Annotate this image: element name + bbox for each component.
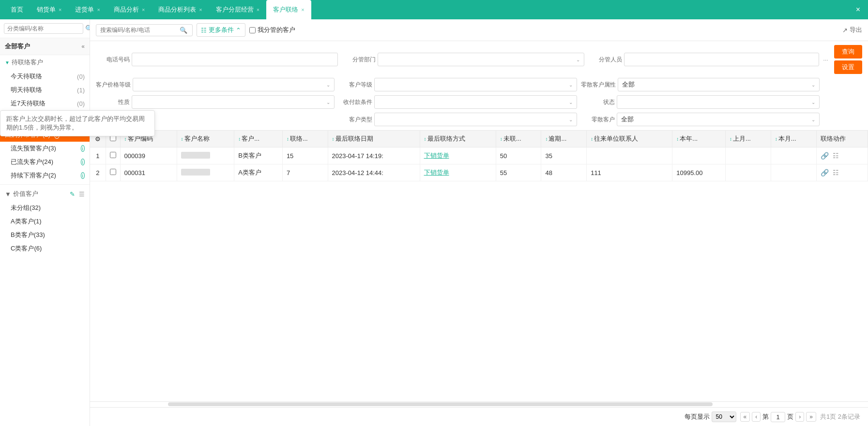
filter-scattered-attr-select[interactable]: 全部 ⌄: [618, 78, 820, 91]
filter-customer-type-select[interactable]: ⌄: [374, 113, 577, 126]
filter-scattered-attr-label: 零散客户属性: [581, 81, 616, 89]
sidebar-item-lost-customer[interactable]: 已流失客户(24) i: [0, 155, 90, 169]
sidebar-item-ungrouped[interactable]: 未分组(32): [0, 201, 90, 215]
col-this-year-sort-icon[interactable]: ↕: [676, 136, 679, 142]
value-customer-settings-icon[interactable]: ☰: [79, 191, 85, 198]
filter-price-level-arrow-icon: ⌄: [326, 82, 330, 88]
tab-sales-close[interactable]: ×: [59, 7, 61, 13]
row1-contact-type-link[interactable]: 下销货单: [424, 152, 449, 159]
filter-dept-arrow-icon: ⌄: [576, 57, 580, 62]
sidebar-item-tomorrow-contact[interactable]: 明天待联络 (1): [0, 83, 90, 97]
value-customer-edit-icon[interactable]: ✎: [70, 191, 75, 198]
col-this-year-label: 本年...: [680, 135, 698, 142]
first-page-button[interactable]: «: [740, 412, 750, 422]
row2-last-contact-type[interactable]: 下销货单: [420, 164, 496, 181]
row2-select-checkbox[interactable]: [110, 169, 116, 175]
col-name-sort-icon[interactable]: ↕: [181, 136, 183, 142]
my-customer-checkbox[interactable]: [249, 27, 256, 33]
sidebar-search-icon[interactable]: 🔍: [85, 25, 90, 32]
prev-page-button[interactable]: ‹: [752, 412, 761, 422]
col-this-month: ↕本月...: [771, 131, 816, 147]
row2-qr-icon[interactable]: ☷: [833, 169, 839, 176]
col-code-sort-icon[interactable]: ↕: [124, 136, 127, 142]
filter-customer-level-select[interactable]: ⌄: [374, 78, 577, 91]
col-last-month-sort-icon[interactable]: ↕: [730, 136, 732, 142]
current-page-number: 1: [771, 412, 785, 422]
sidebar-group-value-customer[interactable]: ▼ 价值客户 ✎ ☰: [0, 187, 90, 201]
tab-customer-contact[interactable]: 客户联络 ×: [266, 0, 311, 19]
query-button[interactable]: 查询: [834, 45, 862, 59]
tab-product-analysis[interactable]: 商品分析 ×: [107, 0, 152, 19]
table-scrollbar[interactable]: [90, 401, 868, 407]
sidebar-item-week-contact[interactable]: 近7天待联络 (0): [0, 97, 90, 110]
row1-link-icon[interactable]: 🔗: [821, 152, 829, 160]
filter-price-level-select[interactable]: ⌄: [133, 78, 335, 91]
tab-purchase-close[interactable]: ×: [97, 7, 100, 13]
tab-product-analysis-close[interactable]: ×: [142, 7, 145, 13]
search-input[interactable]: [100, 27, 178, 33]
row1-qr-icon[interactable]: ☷: [833, 152, 839, 160]
filter-status-select[interactable]: ⌄: [617, 95, 820, 109]
search-box[interactable]: 🔍: [96, 24, 193, 36]
sidebar-collapse-icon[interactable]: «: [81, 43, 85, 50]
filter-manager-input[interactable]: [624, 53, 819, 66]
col-this-month-sort-icon[interactable]: ↕: [775, 136, 777, 142]
filter-dept-select[interactable]: ⌄: [378, 53, 584, 66]
row1-last-month: [726, 147, 771, 164]
filter-phone-input[interactable]: [132, 53, 338, 66]
filter-customer-level-label: 客户等级: [338, 81, 372, 89]
row2-overdue: 48: [541, 164, 587, 181]
row1-last-contact-type[interactable]: 下销货单: [420, 147, 496, 164]
export-button[interactable]: ↗ 导出: [842, 26, 862, 34]
sidebar-item-b-class[interactable]: B类客户(33): [0, 228, 90, 242]
filter-customer-level-arrow-icon: ⌄: [569, 82, 573, 88]
per-page-select[interactable]: 50 20 100: [712, 411, 736, 422]
lost-warning-info-icon[interactable]: i: [81, 145, 85, 152]
my-customer-checkbox-area[interactable]: 我分管的客户: [249, 26, 295, 34]
sidebar-item-today-contact[interactable]: 今天待联络 (0): [0, 70, 90, 83]
col-type-sort-icon[interactable]: ↕: [238, 136, 241, 142]
col-last-contact-type-sort-icon[interactable]: ↕: [424, 136, 426, 142]
filter-scattered-attr: 零散客户属性 全部 ⌄: [581, 78, 820, 91]
lost-customer-info-icon[interactable]: i: [81, 159, 85, 165]
col-last-contact-date-sort-icon[interactable]: ↕: [332, 136, 335, 142]
tab-product-list[interactable]: 商品分析列表 ×: [152, 0, 209, 19]
sidebar-item-a-class[interactable]: A类客户(1): [0, 215, 90, 228]
settings-button[interactable]: 设置: [834, 60, 862, 74]
sidebar-search-input[interactable]: [4, 23, 83, 34]
col-uncontacted-sort-icon[interactable]: ↕: [500, 136, 503, 142]
tab-purchase[interactable]: 进货单 ×: [68, 0, 107, 19]
tab-sales[interactable]: 销货单 ×: [30, 0, 68, 19]
tab-customer-contact-close[interactable]: ×: [301, 7, 304, 13]
filter-payment-select[interactable]: ⌄: [374, 95, 577, 109]
row2-contact-type-link[interactable]: 下销货单: [424, 169, 449, 176]
row2-checkbox[interactable]: [106, 164, 120, 181]
row2-name-blurred: [181, 169, 210, 176]
tab-home[interactable]: 首页: [4, 0, 30, 19]
col-last-contact-date: ↕最后联络日期: [328, 131, 420, 147]
more-filter-button[interactable]: ☷ 更多条件 ⌃: [197, 23, 245, 37]
last-page-button[interactable]: »: [806, 412, 816, 422]
sidebar-group-pending[interactable]: ▼ 待联络客户: [0, 55, 90, 70]
declining-customer-info-icon[interactable]: i: [81, 172, 85, 179]
filter-nature-select[interactable]: ⌄: [132, 95, 335, 109]
close-window-button[interactable]: ×: [856, 5, 860, 14]
sidebar-item-declining-customer[interactable]: 持续下滑客户(2) i: [0, 169, 90, 182]
row1-contact: 15: [282, 147, 328, 164]
sidebar-item-c-class[interactable]: C类客户(6): [0, 242, 90, 255]
tab-customer-segment[interactable]: 客户分层经营 ×: [209, 0, 266, 19]
tab-product-list-close[interactable]: ×: [199, 7, 202, 13]
row1-select-checkbox[interactable]: [110, 152, 116, 158]
tab-customer-segment-close[interactable]: ×: [257, 7, 259, 13]
row2-link-icon[interactable]: 🔗: [821, 169, 829, 176]
next-page-button[interactable]: ›: [795, 412, 804, 422]
col-contact-sort-icon[interactable]: ↕: [287, 136, 289, 142]
filter-manager-dots[interactable]: ···: [821, 56, 830, 63]
col-action-label: 联络动作: [821, 135, 846, 142]
col-overdue-sort-icon[interactable]: ↕: [545, 136, 548, 142]
filter-scattered-customer-select[interactable]: 全部 ⌄: [617, 113, 820, 126]
toolbar: 🔍 ☷ 更多条件 ⌃ 我分管的客户 ↗ 导出: [90, 19, 868, 41]
col-contact-person-sort-icon[interactable]: ↕: [591, 136, 593, 142]
sidebar-item-lost-warning[interactable]: 流失预警客户(3) i: [0, 142, 90, 155]
row1-checkbox[interactable]: [106, 147, 120, 164]
